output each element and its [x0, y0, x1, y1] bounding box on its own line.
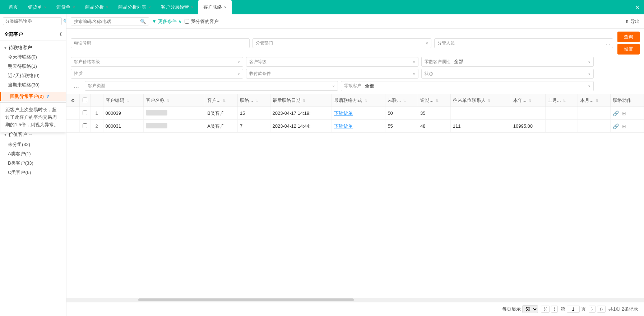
td-check-2[interactable] [79, 120, 90, 133]
h-scroll-bar[interactable] [66, 298, 644, 302]
sort-notcontact-icon[interactable]: ⇅ [403, 99, 406, 103]
sort-overdue-icon[interactable]: ⇅ [436, 99, 439, 103]
value-edit-icon[interactable]: ✏ [29, 132, 32, 137]
sort-name-icon[interactable]: ⇅ [166, 99, 169, 103]
th-lastway[interactable]: 最后联络方式 ⇅ [332, 94, 385, 107]
sidebar-all-customers[interactable]: 全部客户 《 [0, 28, 66, 41]
td-lastway-2[interactable]: 下销货单 [332, 120, 385, 133]
th-thismonth[interactable]: 本月... ⇅ [578, 94, 611, 107]
query-button[interactable]: 查询 [617, 32, 640, 42]
h-scroll-thumb[interactable] [138, 298, 354, 301]
grid-icon-2[interactable]: ⊞ [622, 123, 626, 129]
sort-lastdate-icon[interactable]: ⇅ [302, 99, 305, 103]
nav-tab-analysis[interactable]: 商品分析 × [80, 0, 113, 14]
th-thisyear[interactable]: 本年... ⇅ [511, 94, 545, 107]
td-lastway-1[interactable]: 下销货单 [332, 107, 385, 120]
filter-customer-type[interactable]: 客户类型 ∨ [85, 81, 338, 91]
sidebar-item-c-class[interactable]: C类客户(6) [0, 168, 66, 177]
sort-contact-icon[interactable]: ⇅ [255, 99, 258, 103]
th-code[interactable]: 客户编码 ⇅ [103, 94, 143, 107]
filter-phone[interactable]: 电话号码 [71, 38, 250, 48]
filter-status[interactable]: 状态 ∨ [421, 69, 594, 79]
lastway-link-2[interactable]: 下销货单 [334, 123, 353, 129]
per-page-dropdown[interactable]: 50 [522, 305, 538, 313]
th-lastdate[interactable]: 最后联络日期 ⇅ [270, 94, 332, 107]
select-all-checkbox[interactable] [83, 98, 87, 102]
sort-thismonth-icon[interactable]: ⇅ [596, 99, 598, 103]
close-customer-contact-tab[interactable]: × [224, 5, 226, 9]
row2-checkbox[interactable] [83, 123, 87, 128]
nav-tab-customer-contact[interactable]: 客户联络 × [198, 0, 231, 14]
close-customer-tier-tab[interactable]: × [191, 5, 193, 9]
repurchase-help-icon[interactable]: ? [46, 94, 49, 99]
nav-tab-purchase[interactable]: 进货单 × [51, 0, 80, 14]
th-settings[interactable]: ⚙ [66, 94, 79, 107]
th-lastmonth[interactable]: 上月... ⇅ [545, 94, 578, 107]
more-dots-btn[interactable]: ... [71, 81, 82, 91]
th-check[interactable] [79, 94, 90, 107]
sidebar-item-overdue[interactable]: 逾期未联络(30) [0, 80, 66, 90]
manager-dots[interactable]: ... [606, 41, 610, 46]
last-page-btn[interactable]: ⟩⟩ [597, 306, 606, 313]
nav-tab-sales[interactable]: 销货单 × [23, 0, 51, 14]
sort-type-icon[interactable]: ⇅ [223, 99, 226, 103]
th-overdue[interactable]: 逾期... ⇅ [418, 94, 451, 107]
td-code-1[interactable]: 000039 [103, 107, 143, 120]
grid-icon-1[interactable]: ⊞ [622, 110, 626, 116]
my-customer-checkbox[interactable] [185, 19, 189, 24]
page-number-input[interactable] [567, 306, 580, 313]
sidebar-pending-title[interactable]: ▼ 待联络客户 [0, 43, 66, 52]
sidebar-item-7days[interactable]: 近7天待联络(0) [0, 71, 66, 80]
filter-scatter-customer[interactable]: 零散客户 全部 ∨ [341, 81, 594, 91]
sort-unitcontact-icon[interactable]: ⇅ [487, 99, 490, 103]
search-input[interactable] [74, 19, 139, 24]
sidebar-item-tomorrow[interactable]: 明天待联络(1) [0, 62, 66, 71]
filter-customer-grade[interactable]: 客户等级 ∨ [246, 57, 418, 67]
close-analysis-tab[interactable]: × [106, 5, 108, 9]
lastway-link-1[interactable]: 下销货单 [334, 110, 353, 116]
sidebar-search-input[interactable] [3, 17, 62, 25]
sidebar-search-icon[interactable]: 🔍 [63, 19, 66, 24]
nav-tab-analysis-list[interactable]: 商品分析列表 × [113, 0, 156, 14]
filter-dept[interactable]: 分管部门 ∨ [252, 38, 431, 48]
close-all-btn[interactable]: ✕ [635, 4, 640, 11]
nav-tab-home[interactable]: 首页 [4, 0, 23, 14]
filter-scatter-attr[interactable]: 零散客户属性 全部 ∨ [421, 57, 594, 67]
close-analysis-list-tab[interactable]: × [148, 5, 150, 9]
td-code-2[interactable]: 000031 [103, 120, 143, 133]
td-check-1[interactable] [79, 107, 90, 120]
sidebar-item-ungroup[interactable]: 未分组(32) [0, 140, 66, 149]
search-icon[interactable]: 🔍 [140, 19, 146, 24]
my-customer-check[interactable]: 我分管的客户 [185, 18, 219, 25]
sort-lastmonth-icon[interactable]: ⇅ [563, 99, 566, 103]
sidebar-item-a-class[interactable]: A类客户(1) [0, 149, 66, 159]
nav-tab-customer-tier[interactable]: 客户分层经营 × [156, 0, 198, 14]
sidebar-item-b-class[interactable]: B类客户(33) [0, 159, 66, 168]
th-name[interactable]: 客户名称 ⇅ [143, 94, 205, 107]
filter-nature[interactable]: 性质 ∨ [71, 69, 243, 79]
sidebar-item-repurchase[interactable]: 回购异常客户(2) ? [0, 92, 66, 101]
export-btn[interactable]: ⬆ 导出 [625, 18, 640, 25]
sort-thisyear-icon[interactable]: ⇅ [528, 99, 531, 103]
next-page-btn[interactable]: ⟩ [589, 306, 596, 313]
sort-code-icon[interactable]: ⇅ [126, 99, 129, 103]
more-filter-btn[interactable]: ▼ 更多条件 ∧ [152, 18, 182, 25]
first-page-btn[interactable]: ⟨⟨ [541, 306, 550, 313]
sort-lastway-icon[interactable]: ⇅ [364, 99, 367, 103]
sidebar-collapse-icon[interactable]: 《 [57, 31, 62, 38]
prev-page-btn[interactable]: ⟨ [551, 306, 558, 313]
filter-manager[interactable]: 分管人员 ... [434, 38, 613, 48]
setting-button[interactable]: 设置 [617, 44, 640, 55]
th-contact[interactable]: 联络... ⇅ [237, 94, 270, 107]
sidebar-item-today[interactable]: 今天待联络(0) [0, 52, 66, 62]
row1-checkbox[interactable] [83, 110, 87, 115]
filter-price-grade[interactable]: 客户价格等级 ∨ [71, 57, 243, 67]
contact-icon-1[interactable]: 🔗 [613, 110, 619, 116]
close-purchase-tab[interactable]: × [73, 5, 75, 9]
th-unitcontact[interactable]: 往来单位联系人 ⇅ [450, 94, 511, 107]
phone-input[interactable] [93, 41, 246, 46]
contact-icon-2[interactable]: 🔗 [613, 123, 619, 129]
th-type[interactable]: 客户... ⇅ [205, 94, 238, 107]
filter-payment[interactable]: 收付款条件 ∨ [246, 69, 418, 79]
th-notcontact[interactable]: 未联... ⇅ [385, 94, 418, 107]
